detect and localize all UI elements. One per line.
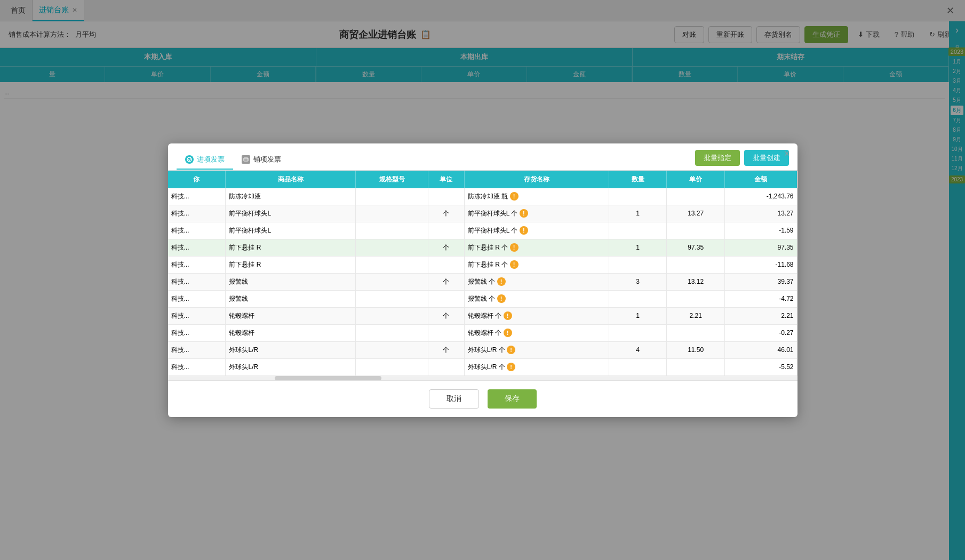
col-header-cunchuo-mingcheng: 存货名称 (464, 171, 609, 188)
jinxiang-tab-label: 进项发票 (197, 155, 225, 164)
table-row: 科技...轮毂螺杆轮毂螺杆 个 !-0.27 (168, 324, 797, 341)
horizontal-scrollbar[interactable] (168, 376, 797, 380)
warning-icon: ! (504, 329, 512, 337)
cancel-button[interactable]: 取消 (429, 389, 479, 409)
svg-rect-1 (244, 158, 248, 161)
table-row: 科技...前平衡杆球头L前平衡杆球头L 个 !-1.59 (168, 222, 797, 239)
batch-assign-button[interactable]: 批量指定 (695, 150, 740, 166)
col-header-danjia: 单价 (667, 171, 724, 188)
warning-icon: ! (510, 192, 519, 201)
col-header-danwei: 单位 (428, 171, 465, 188)
modal-footer: 取消 保存 (168, 380, 797, 417)
modal-body: 你 商品名称 规格型号 单位 存货名称 数量 单价 金额 科技...防冻冷却液防… (168, 171, 797, 380)
col-header-shuliang: 数量 (609, 171, 666, 188)
modal-header-actions: 批量指定 批量创建 (695, 150, 789, 170)
warning-icon: ! (507, 363, 515, 371)
tab-xiaoxiang-fapiao[interactable]: 销项发票 (233, 150, 290, 170)
modal-dialog: 进项发票 销项发票 批量指定 批量创建 × 你 (168, 143, 797, 417)
col-header-jine: 金额 (724, 171, 797, 188)
warning-icon: ! (497, 277, 506, 286)
modal-scroll-area[interactable]: 你 商品名称 规格型号 单位 存货名称 数量 单价 金额 科技...防冻冷却液防… (168, 171, 797, 376)
tab-jinxiang-fapiao[interactable]: 进项发票 (177, 150, 233, 170)
modal-close-button[interactable]: × (784, 149, 790, 158)
warning-icon: ! (510, 260, 519, 269)
scrollbar-thumb[interactable] (275, 376, 381, 380)
save-button[interactable]: 保存 (488, 389, 537, 409)
table-row: 科技...报警线报警线 个 !-4.72 (168, 290, 797, 307)
col-header-guige-xinghao: 规格型号 (356, 171, 428, 188)
warning-icon: ! (520, 209, 528, 218)
table-header-row: 你 商品名称 规格型号 单位 存货名称 数量 单价 金额 (168, 171, 797, 188)
table-row: 科技...外球头L/R外球头L/R 个 !-5.52 (168, 358, 797, 375)
warning-icon: ! (510, 243, 519, 252)
col-header-you: 你 (168, 171, 226, 188)
batch-create-button[interactable]: 批量创建 (744, 150, 789, 166)
table-row: 科技...轮毂螺杆个轮毂螺杆 个 !12.212.21 (168, 307, 797, 324)
warning-icon: ! (497, 294, 506, 303)
modal-table: 你 商品名称 规格型号 单位 存货名称 数量 单价 金额 科技...防冻冷却液防… (168, 171, 797, 376)
modal-overlay: 进项发票 销项发票 批量指定 批量创建 × 你 (0, 0, 965, 560)
warning-icon: ! (507, 346, 515, 354)
table-row: 科技...防冻冷却液防冻冷却液 瓶 !-1,243.76 (168, 188, 797, 205)
xiaoxiang-tab-label: 销项发票 (253, 155, 281, 164)
warning-icon: ! (520, 226, 528, 235)
xiaoxiang-tab-icon (242, 155, 250, 164)
jinxiang-tab-icon (185, 155, 194, 164)
table-row: 科技...外球头L/R个外球头L/R 个 !411.5046.01 (168, 341, 797, 358)
modal-header: 进项发票 销项发票 批量指定 批量创建 × (168, 143, 797, 171)
warning-icon: ! (504, 311, 512, 320)
table-row: 科技...前下悬挂 R前下悬挂 R 个 !-11.68 (168, 256, 797, 273)
table-row: 科技...报警线个报警线 个 !313.1239.37 (168, 273, 797, 290)
table-row: 科技...前平衡杆球头L个前平衡杆球头L 个 !113.2713.27 (168, 205, 797, 222)
table-row: 科技...前下悬挂 R个前下悬挂 R 个 !197.3597.35 (168, 239, 797, 256)
col-header-shangpin-mingcheng: 商品名称 (226, 171, 356, 188)
